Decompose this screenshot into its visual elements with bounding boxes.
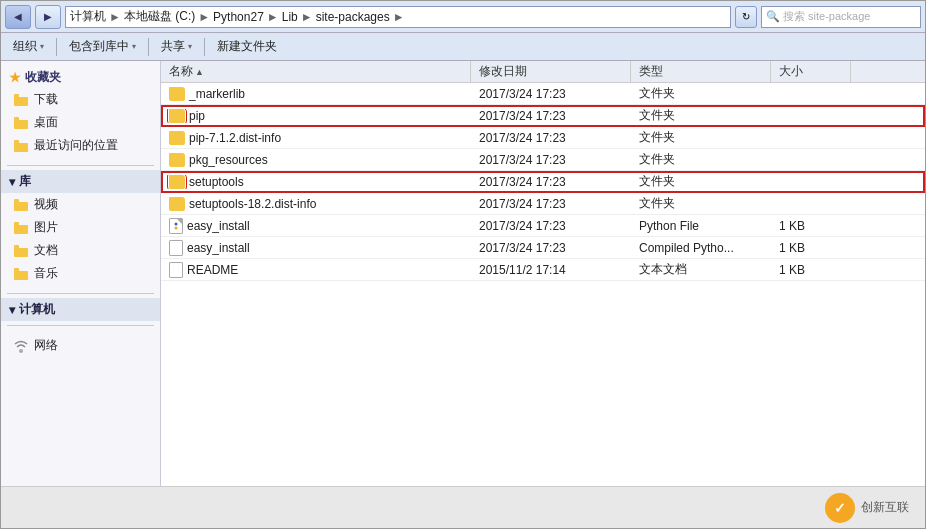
watermark-icon-symbol: ✓ xyxy=(834,500,846,516)
share-label: 共享 xyxy=(161,38,185,55)
back-button[interactable]: ◀ xyxy=(5,5,31,29)
downloads-icon xyxy=(13,92,29,108)
toolbar-separator-1 xyxy=(56,38,57,56)
address-path[interactable]: 计算机 ► 本地磁盘 (C:) ► Python27 ► Lib ► site-… xyxy=(65,6,731,28)
col-header-name[interactable]: 名称 ▲ xyxy=(161,61,471,82)
table-row[interactable]: pkg_resources 2017/3/24 17:23 文件夹 xyxy=(161,149,925,171)
svg-rect-6 xyxy=(14,202,28,211)
network-icon xyxy=(13,338,29,354)
file-rows-container: _markerlib 2017/3/24 17:23 文件夹 pip 2017/… xyxy=(161,83,925,281)
col-header-type[interactable]: 类型 xyxy=(631,61,771,82)
search-box[interactable]: 🔍 搜索 site-package xyxy=(761,6,921,28)
documents-icon xyxy=(13,243,29,259)
new-folder-label: 新建文件夹 xyxy=(217,38,277,55)
file-date-cell: 2017/3/24 17:23 xyxy=(471,241,631,255)
table-row[interactable]: setuptools 2017/3/24 17:23 文件夹 xyxy=(161,171,925,193)
organize-button[interactable]: 组织 ▾ xyxy=(7,36,50,57)
star-icon: ★ xyxy=(9,70,21,85)
table-row[interactable]: easy_install 2017/3/24 17:23 Python File… xyxy=(161,215,925,237)
col-size-label: 大小 xyxy=(779,63,803,80)
folder-icon xyxy=(169,87,185,101)
path-sep-5: ► xyxy=(393,10,405,24)
include-library-chevron: ▾ xyxy=(132,42,136,51)
favorites-label: 收藏夹 xyxy=(25,69,61,86)
search-placeholder: 搜索 site-package xyxy=(783,9,870,24)
file-type-cell: 文件夹 xyxy=(631,85,771,102)
col-header-date[interactable]: 修改日期 xyxy=(471,61,631,82)
file-date-cell: 2015/11/2 17:14 xyxy=(471,263,631,277)
toolbar: 组织 ▾ 包含到库中 ▾ 共享 ▾ 新建文件夹 xyxy=(1,33,925,61)
include-library-button[interactable]: 包含到库中 ▾ xyxy=(63,36,142,57)
desktop-label: 桌面 xyxy=(34,114,58,131)
sidebar: ★ 收藏夹 下载 桌面 xyxy=(1,61,161,486)
table-row[interactable]: setuptools-18.2.dist-info 2017/3/24 17:2… xyxy=(161,193,925,215)
sidebar-item-pictures[interactable]: 图片 xyxy=(1,216,160,239)
new-folder-button[interactable]: 新建文件夹 xyxy=(211,36,283,57)
content-area: ★ 收藏夹 下载 桌面 xyxy=(1,61,925,486)
col-header-size[interactable]: 大小 xyxy=(771,61,851,82)
music-icon xyxy=(13,266,29,282)
favorites-header: ★ 收藏夹 xyxy=(1,65,160,88)
file-name: easy_install xyxy=(187,241,250,255)
file-name-cell: easy_install xyxy=(161,240,471,256)
sidebar-item-desktop[interactable]: 桌面 xyxy=(1,111,160,134)
share-button[interactable]: 共享 ▾ xyxy=(155,36,198,57)
svg-point-16 xyxy=(175,226,178,229)
file-size-cell: 1 KB xyxy=(771,241,851,255)
table-row[interactable]: README 2015/11/2 17:14 文本文档 1 KB xyxy=(161,259,925,281)
watermark-icon: ✓ xyxy=(825,493,855,523)
table-row[interactable]: pip 2017/3/24 17:23 文件夹 xyxy=(161,105,925,127)
svg-rect-3 xyxy=(14,117,19,121)
pictures-label: 图片 xyxy=(34,219,58,236)
table-row[interactable]: _markerlib 2017/3/24 17:23 文件夹 xyxy=(161,83,925,105)
watermark-logo: ✓ 创新互联 xyxy=(825,493,909,523)
sidebar-item-downloads[interactable]: 下载 xyxy=(1,88,160,111)
sidebar-item-network[interactable]: 网络 xyxy=(1,334,160,357)
watermark-text: 创新互联 xyxy=(861,499,909,516)
file-type-cell: 文件夹 xyxy=(631,129,771,146)
python-file-icon xyxy=(169,218,183,234)
svg-rect-7 xyxy=(14,199,19,203)
file-name-cell: pip xyxy=(161,109,471,123)
sidebar-item-recent[interactable]: 最近访问的位置 xyxy=(1,134,160,157)
video-label: 视频 xyxy=(34,196,58,213)
col-name-sort-icon: ▲ xyxy=(195,67,204,77)
file-name-cell: README xyxy=(161,262,471,278)
table-row[interactable]: easy_install 2017/3/24 17:23 Compiled Py… xyxy=(161,237,925,259)
folder-highlighted-icon xyxy=(169,175,185,189)
sidebar-divider-3 xyxy=(7,325,154,326)
file-type-cell: Compiled Pytho... xyxy=(631,241,771,255)
organize-label: 组织 xyxy=(13,38,37,55)
svg-rect-4 xyxy=(14,143,28,152)
organize-chevron: ▾ xyxy=(40,42,44,51)
file-name-cell: pip-7.1.2.dist-info xyxy=(161,131,471,145)
folder-highlighted-icon xyxy=(169,109,185,123)
compiled-file-icon xyxy=(169,240,183,256)
table-row[interactable]: pip-7.1.2.dist-info 2017/3/24 17:23 文件夹 xyxy=(161,127,925,149)
file-date-cell: 2017/3/24 17:23 xyxy=(471,109,631,123)
sidebar-item-video[interactable]: 视频 xyxy=(1,193,160,216)
svg-rect-0 xyxy=(14,97,28,106)
file-type-cell: 文件夹 xyxy=(631,107,771,124)
computer-header[interactable]: ▾ 计算机 xyxy=(1,298,160,321)
sidebar-item-documents[interactable]: 文档 xyxy=(1,239,160,262)
file-size-cell: 1 KB xyxy=(771,219,851,233)
path-sep-1: ► xyxy=(109,10,121,24)
sidebar-item-music[interactable]: 音乐 xyxy=(1,262,160,285)
column-headers: 名称 ▲ 修改日期 类型 大小 xyxy=(161,61,925,83)
file-name-cell: pkg_resources xyxy=(161,153,471,167)
svg-rect-11 xyxy=(14,245,19,249)
file-name: pkg_resources xyxy=(189,153,268,167)
network-label: 网络 xyxy=(34,337,58,354)
file-name-cell: setuptools xyxy=(161,175,471,189)
refresh-button[interactable]: ↻ xyxy=(735,6,757,28)
toolbar-separator-2 xyxy=(148,38,149,56)
folder-icon xyxy=(169,197,185,211)
library-header[interactable]: ▾ 库 xyxy=(1,170,160,193)
file-type-cell: 文件夹 xyxy=(631,195,771,212)
file-name: setuptools xyxy=(189,175,244,189)
forward-button[interactable]: ▶ xyxy=(35,5,61,29)
file-date-cell: 2017/3/24 17:23 xyxy=(471,197,631,211)
file-date-cell: 2017/3/24 17:23 xyxy=(471,87,631,101)
toolbar-separator-3 xyxy=(204,38,205,56)
